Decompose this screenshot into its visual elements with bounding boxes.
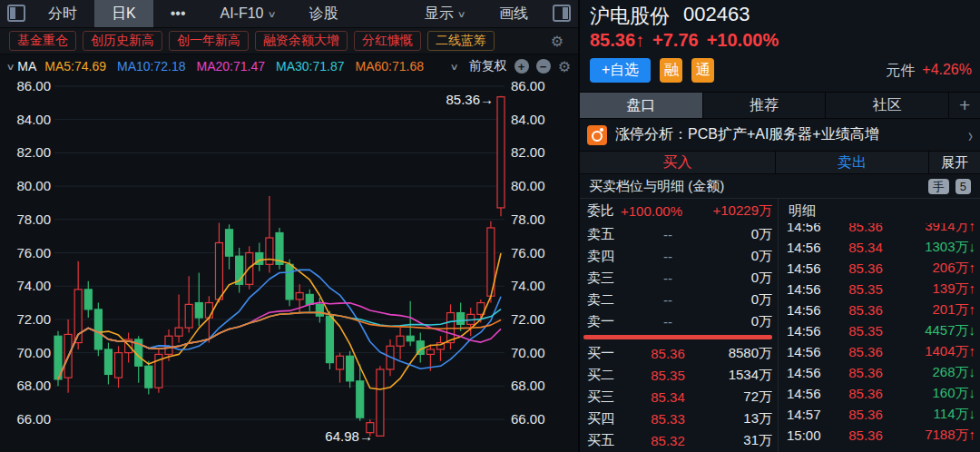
toolbar-tab[interactable]: AI-F10∨: [202, 0, 291, 27]
svg-text:85.36→: 85.36→: [446, 92, 494, 107]
trade-detail-row[interactable]: 14:56 85.35 139万↑: [779, 279, 980, 300]
trade-detail-row[interactable]: 14:56 85.36 201万↑: [779, 300, 980, 320]
order-book-row[interactable]: 卖四 -- 0万: [580, 245, 778, 267]
level-amount: 0万: [709, 248, 772, 265]
ma-legend-item: MA30:71.87: [276, 59, 345, 74]
margin-trading-badge[interactable]: 融: [660, 58, 682, 83]
level-label: 买四: [587, 410, 627, 427]
tags-settings-gear-icon[interactable]: ⚙: [551, 33, 564, 50]
stock-connect-badge[interactable]: 通: [691, 58, 714, 83]
trade-detail-column: 明细 14:56 85.36 3914万↑ 14:56 85.34 1303万↓…: [779, 199, 980, 452]
panel-tab[interactable]: 推荐: [703, 93, 827, 118]
stock-name: 沪电股份: [590, 3, 670, 30]
order-book-row[interactable]: 买一 85.36 8580万: [580, 342, 778, 364]
order-book-row[interactable]: 卖三 -- 0万: [580, 267, 778, 289]
trade-price: 85.36: [836, 223, 896, 234]
ma-legend-item: MA5:74.69: [44, 59, 106, 74]
add-to-watchlist-button[interactable]: +自选: [590, 58, 651, 83]
collapse-left-panel-icon[interactable]: [7, 5, 25, 22]
collapse-right-panel-icon[interactable]: [553, 5, 571, 22]
trade-detail-row[interactable]: 14:56 85.36 206万↑: [779, 258, 980, 279]
zoom-in-icon[interactable]: +: [514, 59, 529, 74]
level-price: 85.33: [627, 411, 709, 427]
chart-canvas[interactable]: 86.0086.0084.0084.0082.0082.0080.0080.00…: [0, 78, 578, 452]
order-book-row[interactable]: 卖五 -- 0万: [580, 223, 778, 245]
toolbar-tab[interactable]: 日K: [94, 0, 153, 27]
trade-detail-list[interactable]: 14:56 85.36 3914万↑ 14:56 85.34 1303万↓ 14…: [779, 223, 980, 452]
trade-detail-row[interactable]: 14:57 85.36 114万↓: [779, 404, 980, 425]
toolbar-tab[interactable]: 分时: [31, 0, 94, 27]
order-book-row[interactable]: 买四 85.33 13万: [580, 408, 778, 429]
order-book-row[interactable]: 买二 85.35 1534万: [580, 364, 778, 386]
trade-amount: 114万↓: [896, 406, 975, 423]
order-book-row[interactable]: 买五 85.32 31万: [580, 429, 778, 451]
stock-tag[interactable]: 创一年新高: [169, 31, 249, 51]
unit-lots-badge[interactable]: 手: [928, 179, 949, 194]
toolbar-tab[interactable]: 画线: [482, 0, 545, 27]
stock-tag[interactable]: 基金重仓: [9, 31, 76, 51]
svg-text:66.00: 66.00: [16, 411, 51, 427]
trade-detail-row[interactable]: 14:56 85.36 1404万↑: [779, 341, 980, 362]
trade-detail-row[interactable]: 14:56 85.36 268万↓: [779, 362, 980, 383]
ma-indicator-label[interactable]: MA: [17, 59, 36, 74]
order-book-row[interactable]: 卖二 -- 0万: [580, 289, 778, 310]
svg-text:80.00: 80.00: [511, 178, 545, 193]
trade-detail-row[interactable]: 14:56 85.36 3914万↑: [779, 223, 980, 237]
toolbar-tab[interactable]: 显示∨: [407, 0, 482, 27]
trade-detail-row[interactable]: 14:56 85.36 160万↓: [779, 383, 980, 404]
sector-name[interactable]: 元件: [886, 62, 915, 81]
level-label: 买五: [587, 432, 627, 449]
expand-button[interactable]: 展开: [929, 152, 980, 173]
stock-tag[interactable]: 二线蓝筹: [427, 31, 495, 51]
sector-quote[interactable]: 元件 +4.26%: [886, 62, 972, 81]
trade-amount: 1303万↓: [896, 239, 975, 256]
ma-chevron-down-icon[interactable]: ∨: [6, 62, 15, 72]
stock-tag[interactable]: 分红慷慨: [354, 31, 421, 51]
level-price: 85.35: [627, 368, 709, 383]
trade-detail-row[interactable]: 14:56 85.34 1303万↓: [779, 237, 980, 258]
limit-up-analysis-row[interactable]: 涨停分析：PCB扩产+AI服务器+业绩高增 ›: [580, 120, 980, 150]
panel-tab[interactable]: 盘口: [580, 93, 703, 118]
chart-settings-gear-icon[interactable]: ⚙: [558, 58, 571, 75]
trade-amount: 4457万↓: [896, 322, 975, 339]
level-amount: 0万: [709, 291, 772, 309]
buy-tab[interactable]: 买入: [580, 152, 776, 173]
trade-detail-row[interactable]: 14:56 85.35 4457万↓: [779, 320, 980, 341]
level-price: --: [627, 249, 709, 264]
chart-toolbar: 分时日K•••AI-F10∨诊股 显示∨画线: [0, 0, 578, 28]
zoom-out-icon[interactable]: −: [536, 59, 551, 74]
toolbar-tab[interactable]: •••: [153, 0, 203, 27]
chart-pane: 分时日K•••AI-F10∨诊股 显示∨画线 ⚙ 基金重仓创历史新高创一年新高融…: [0, 0, 578, 452]
svg-text:84.00: 84.00: [511, 112, 545, 127]
order-book-row[interactable]: 买三 85.34 72万: [580, 386, 778, 408]
order-book-row[interactable]: 卖一 -- 0万: [580, 310, 778, 332]
sector-change-pct: +4.26%: [922, 62, 972, 81]
svg-text:74.00: 74.00: [16, 278, 51, 293]
weibi-amount: +10229万: [713, 202, 772, 220]
ask-levels: 卖五 -- 0万 卖四 -- 0万 卖三 -- 0万 卖二 -- 0万 卖一 -…: [580, 223, 778, 332]
toolbar-tab[interactable]: 诊股: [292, 0, 356, 27]
adjust-chevron-down-icon[interactable]: ∨: [450, 62, 459, 72]
svg-text:72.00: 72.00: [511, 311, 545, 327]
trade-time: 14:56: [787, 365, 836, 380]
analysis-chevron-right-icon[interactable]: ›: [968, 123, 973, 147]
level-amount: 72万: [709, 388, 772, 406]
trade-time: 14:56: [787, 344, 836, 359]
sell-tab[interactable]: 卖出: [776, 152, 929, 173]
trade-amount: 206万↑: [896, 260, 975, 277]
depth-count-badge[interactable]: 5: [956, 179, 971, 194]
trade-price: 85.34: [836, 240, 896, 255]
svg-text:80.00: 80.00: [16, 178, 51, 193]
level-amount: 13万: [709, 410, 772, 427]
stock-tag[interactable]: 融资余额大增: [255, 31, 348, 51]
trade-price: 85.36: [836, 260, 896, 276]
stock-tag[interactable]: 创历史新高: [83, 31, 162, 51]
panel-tab[interactable]: +: [949, 93, 980, 118]
svg-text:70.00: 70.00: [511, 345, 545, 360]
trade-detail-row[interactable]: 15:00 85.36 7188万↑: [779, 425, 980, 446]
panel-tab[interactable]: 社区: [826, 93, 949, 118]
trade-amount: 160万↓: [896, 385, 975, 402]
adjust-mode-label[interactable]: 前复权: [469, 58, 507, 74]
level-amount: 0万: [709, 313, 772, 330]
candlestick-chart[interactable]: 86.0086.0084.0084.0082.0082.0080.0080.00…: [0, 78, 578, 452]
